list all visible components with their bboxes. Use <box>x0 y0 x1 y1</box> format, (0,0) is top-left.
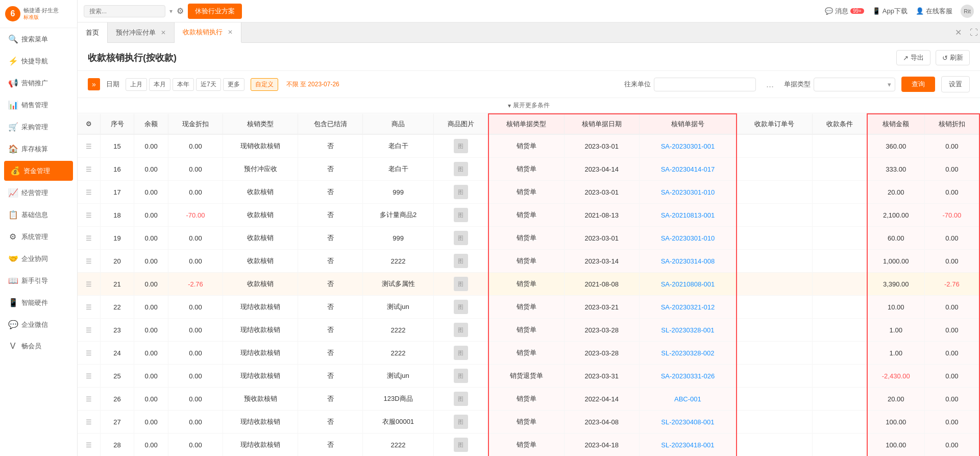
cell-4-goods_image: 图 <box>433 227 488 250</box>
row-settings-icon-4[interactable]: ☰ <box>86 234 92 242</box>
voucher-no-link-5[interactable]: SA-20230314-008 <box>661 257 715 265</box>
voucher-no-link-10[interactable]: SA-20230331-026 <box>661 372 715 380</box>
row-settings-icon-7[interactable]: ☰ <box>86 303 92 311</box>
page-header: 收款核销执行(按收款) ↗ 导出 ↺ 刷新 <box>78 43 980 71</box>
voucher-no-link-6[interactable]: SA-20210808-001 <box>661 280 715 288</box>
cell-7-verify_voucher_no: SA-20230321-012 <box>639 296 737 319</box>
table-row: ☰260.000.00预收款核销否123D商品图销货单2022-04-14ABC… <box>78 388 979 411</box>
cell-5-balance: 0.00 <box>134 250 168 273</box>
sidebar-item-11[interactable]: 📖 新手引导 <box>0 270 77 292</box>
sidebar-item-1[interactable]: ⚡ 快捷导航 <box>0 50 77 72</box>
app-download-btn[interactable]: 📱 App下载 <box>872 7 908 16</box>
tab-0[interactable]: 首页 <box>78 22 108 43</box>
voucher-no-link-9[interactable]: SL-20230328-002 <box>661 349 714 357</box>
row-settings-icon-11[interactable]: ☰ <box>86 395 92 403</box>
tab-2[interactable]: 收款核销执行✕ <box>175 22 241 43</box>
cell-6-verify_type: 收款核销 <box>223 273 298 296</box>
filter-settings-btn[interactable]: 设置 <box>941 76 970 92</box>
cell-3-verify_voucher_date: 2021-08-13 <box>564 204 639 227</box>
row-settings-icon-0[interactable]: ☰ <box>86 142 92 150</box>
query-btn[interactable]: 查询 <box>901 77 935 92</box>
voucher-no-link-3[interactable]: SA-20210813-001 <box>661 211 715 219</box>
sidebar-item-0[interactable]: 🔍 搜索菜单 <box>0 28 77 50</box>
cell-3-verify_discount: -70.00 <box>924 204 979 227</box>
from-unit-input[interactable] <box>654 78 756 91</box>
date-btn-近7天[interactable]: 近7天 <box>196 78 221 91</box>
sidebar-item-13[interactable]: 💬 企业微信 <box>0 314 77 335</box>
voucher-no-link-13[interactable]: SL-20230418-001 <box>661 441 714 449</box>
voucher-no-link-1[interactable]: SA-20230414-017 <box>661 165 715 173</box>
export-btn[interactable]: ↗ 导出 <box>896 50 930 65</box>
sidebar-item-7[interactable]: 📈 经营管理 <box>0 182 77 204</box>
sidebar-label-5: 库存核算 <box>21 145 48 154</box>
row-settings-icon-2[interactable]: ☰ <box>86 188 92 196</box>
row-settings-icon-1[interactable]: ☰ <box>86 165 92 173</box>
date-btn-上月[interactable]: 上月 <box>126 78 147 91</box>
row-settings-icon-3[interactable]: ☰ <box>86 211 92 219</box>
row-settings-icon-12[interactable]: ☰ <box>86 418 92 426</box>
sidebar-item-5[interactable]: 🏠 库存核算 <box>0 138 77 160</box>
sidebar-item-12[interactable]: 📱 智能硬件 <box>0 292 77 314</box>
row-settings-icon-5[interactable]: ☰ <box>86 257 92 265</box>
voucher-no-link-7[interactable]: SA-20230321-012 <box>661 303 715 311</box>
cell-6-balance: 0.00 <box>134 273 168 296</box>
custom-date-btn[interactable]: 自定义 <box>251 78 278 91</box>
cell-10-seq: 25 <box>100 365 134 388</box>
date-btn-本年[interactable]: 本年 <box>173 78 194 91</box>
cell-9-receipt_condition <box>812 342 867 365</box>
sidebar-item-14[interactable]: V 畅会员 <box>0 335 77 357</box>
message-btn[interactable]: 💬 消息 99+ <box>825 7 864 16</box>
cell-8-verify_amount: 1.00 <box>867 319 924 342</box>
voucher-no-link-0[interactable]: SA-20230301-001 <box>661 142 715 150</box>
voucher-type-select[interactable] <box>814 78 895 91</box>
date-btn-本月[interactable]: 本月 <box>149 78 170 91</box>
row-settings-icon-6[interactable]: ☰ <box>86 280 92 288</box>
logo-badge: 标准版 <box>23 14 59 21</box>
tab-close-2[interactable]: ✕ <box>228 29 233 36</box>
row-settings-icon-10[interactable]: ☰ <box>86 372 92 380</box>
filter-expand-btn[interactable]: » <box>88 78 100 90</box>
cell-7-verify_discount: 0.00 <box>924 296 979 319</box>
sidebar-item-6[interactable]: 💰 资金管理 <box>4 161 73 181</box>
expand-more-btn[interactable]: ▾ 展开更多条件 <box>508 101 550 110</box>
date-btn-更多[interactable]: 更多 <box>223 78 244 91</box>
cell-12-verify_discount: 0.00 <box>924 411 979 434</box>
cell-12-verify_voucher_no: SL-20230408-001 <box>639 411 737 434</box>
sidebar-item-3[interactable]: 📊 销售管理 <box>0 94 77 116</box>
cell-11-receipt_condition <box>812 388 867 411</box>
sidebar-item-4[interactable]: 🛒 采购管理 <box>0 116 77 138</box>
voucher-no-link-12[interactable]: SL-20230408-001 <box>661 418 714 426</box>
cell-13-goods_image: 图 <box>433 434 488 457</box>
search-input[interactable] <box>84 5 165 17</box>
online-service-btn[interactable]: 👤 在线客服 <box>916 7 952 16</box>
sidebar-label-0: 搜索菜单 <box>21 35 48 44</box>
close-window-btn[interactable]: ✕ <box>953 26 964 39</box>
sidebar-item-9[interactable]: ⚙ 系统管理 <box>0 226 77 248</box>
sidebar-item-10[interactable]: 🤝 企业协同 <box>0 248 77 270</box>
row-settings-icon-8[interactable]: ☰ <box>86 326 92 334</box>
cell-0-verify_voucher_no: SA-20230301-001 <box>639 134 737 158</box>
row-settings-icon-13[interactable]: ☰ <box>86 441 92 449</box>
dropdown-arrow-icon[interactable]: ▾ <box>169 8 173 15</box>
cell-6-verify_voucher_no: SA-20210808-001 <box>639 273 737 296</box>
cell-6-verify_amount: 3,390.00 <box>867 273 924 296</box>
maximize-window-btn[interactable]: ⛶ <box>968 26 980 39</box>
settings-col-icon[interactable]: ⚙ <box>86 120 92 128</box>
cell-1-verify_amount: 333.00 <box>867 158 924 181</box>
voucher-no-link-8[interactable]: SL-20230328-001 <box>661 326 714 334</box>
voucher-no-link-4[interactable]: SA-20230301-010 <box>661 234 715 242</box>
tab-label-0: 首页 <box>86 28 99 37</box>
sidebar-item-2[interactable]: 📢 营销推广 <box>0 72 77 94</box>
row-settings-icon-9[interactable]: ☰ <box>86 349 92 357</box>
voucher-no-link-11[interactable]: ABC-001 <box>674 395 701 403</box>
tab-1[interactable]: 预付冲应付单✕ <box>108 22 175 43</box>
tab-close-1[interactable]: ✕ <box>161 29 166 36</box>
voucher-no-link-2[interactable]: SA-20230301-010 <box>661 188 715 196</box>
cell-1-verify_discount: 0.00 <box>924 158 979 181</box>
refresh-btn[interactable]: ↺ 刷新 <box>936 50 970 65</box>
sidebar-item-8[interactable]: 📋 基础信息 <box>0 204 77 226</box>
cell-13-verify_voucher_type: 销货单 <box>488 434 564 457</box>
industry-btn[interactable]: 休验行业方案 <box>188 4 242 19</box>
settings-icon[interactable]: ⚙ <box>177 6 184 16</box>
user-avatar[interactable]: Rit <box>961 5 974 18</box>
